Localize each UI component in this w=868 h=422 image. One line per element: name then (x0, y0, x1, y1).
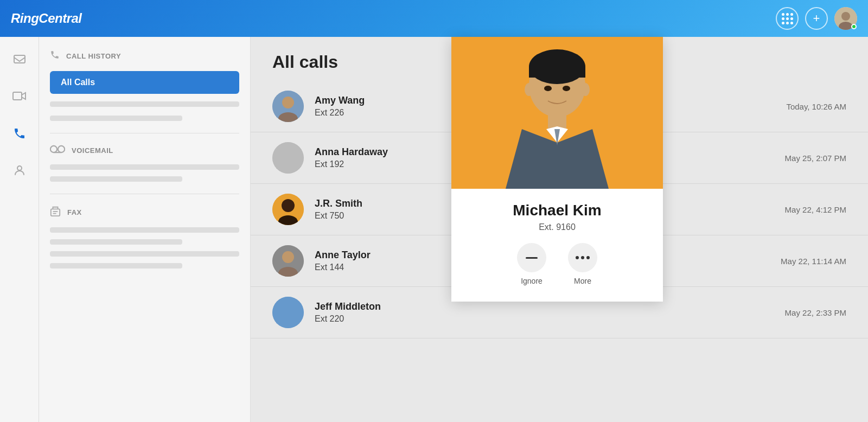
call-name-jeff: Jeff Middleton (315, 301, 774, 312)
main-layout: CALL HISTORY All Calls VOICEMAIL (0, 37, 868, 422)
sidebar: CALL HISTORY All Calls VOICEMAIL (39, 37, 251, 422)
more-button[interactable]: More (568, 243, 597, 285)
svg-point-33 (576, 256, 579, 259)
svg-point-20 (282, 251, 294, 263)
sidebar-placeholder-1 (50, 101, 239, 107)
messages-icon-item[interactable] (8, 48, 31, 72)
call-ext-jeff: Ext 220 (315, 314, 774, 324)
avatar-anna (272, 142, 304, 174)
sidebar-divider-2 (50, 194, 239, 194)
fax-placeholder-1 (50, 227, 239, 233)
call-history-label: CALL HISTORY (66, 52, 121, 60)
contact-photo (451, 37, 663, 189)
sidebar-divider-1 (50, 133, 239, 133)
icon-bar (0, 37, 39, 422)
voicemail-icon (50, 144, 65, 157)
svg-point-5 (17, 166, 22, 170)
svg-point-35 (586, 256, 590, 259)
contact-ext: Ext. 9160 (464, 222, 650, 232)
contact-info: Michael Kim Ext. 9160 Ignore (451, 189, 663, 302)
contacts-icon-item[interactable] (8, 158, 31, 182)
online-status-dot (851, 24, 857, 29)
svg-rect-10 (53, 211, 58, 212)
svg-rect-32 (526, 257, 538, 259)
contact-actions: Ignore More (464, 243, 650, 291)
call-time-amy: Today, 10:26 AM (775, 102, 846, 111)
more-icon (568, 243, 597, 272)
user-avatar[interactable] (834, 7, 857, 30)
svg-point-30 (525, 83, 533, 96)
svg-point-31 (581, 83, 590, 96)
voicemail-section: VOICEMAIL (50, 144, 239, 183)
header-actions: + (776, 7, 857, 30)
call-info-jeff: Jeff Middleton Ext 220 (315, 301, 774, 324)
svg-point-7 (58, 146, 65, 152)
fax-label: FAX (67, 208, 82, 216)
more-label: More (574, 277, 591, 285)
svg-point-29 (563, 86, 570, 91)
dialpad-button[interactable] (776, 7, 799, 30)
svg-rect-9 (51, 209, 60, 216)
content-area: All calls Amy Wang Ext 226 Today, 10:26 … (251, 37, 868, 422)
svg-rect-11 (53, 213, 56, 214)
sidebar-placeholder-2 (50, 116, 182, 121)
voicemail-label: VOICEMAIL (72, 146, 113, 155)
video-icon-item[interactable] (8, 85, 31, 108)
svg-point-6 (50, 146, 57, 152)
ignore-button[interactable]: Ignore (517, 243, 546, 285)
svg-point-28 (544, 86, 552, 91)
call-time-jr: May 22, 4:12 PM (774, 205, 846, 214)
ignore-icon (517, 243, 546, 272)
avatar-amy (272, 91, 304, 122)
phone-small-icon (50, 50, 60, 62)
logo: RingCentral (11, 11, 82, 26)
avatar-jeff (272, 297, 304, 328)
dialpad-icon (782, 13, 793, 24)
fax-icon (50, 205, 61, 220)
vm-placeholder-1 (50, 164, 239, 170)
phone-icon-item[interactable] (8, 122, 31, 145)
all-calls-button[interactable]: All Calls (50, 71, 239, 94)
fax-placeholder-2 (50, 239, 182, 245)
svg-point-15 (272, 142, 304, 174)
call-history-section: CALL HISTORY (50, 50, 239, 62)
fax-placeholder-4 (50, 263, 182, 268)
fax-title: FAX (50, 205, 239, 220)
avatar-jr (272, 194, 304, 225)
svg-point-22 (272, 297, 304, 328)
svg-point-1 (841, 12, 850, 21)
voicemail-title: VOICEMAIL (50, 144, 239, 157)
call-time-anna: May 25, 2:07 PM (774, 154, 846, 163)
fax-section: FAX (50, 205, 239, 270)
contact-card: Michael Kim Ext. 9160 Ignore (451, 37, 663, 302)
svg-point-13 (282, 97, 294, 108)
call-time-jeff: May 22, 2:33 PM (774, 308, 846, 317)
avatar-anne (272, 245, 304, 277)
vm-placeholder-2 (50, 176, 182, 182)
svg-point-17 (282, 199, 295, 212)
add-button[interactable]: + (805, 7, 828, 30)
ignore-label: Ignore (521, 277, 542, 285)
fax-placeholder-3 (50, 251, 239, 257)
svg-point-34 (581, 256, 584, 259)
contact-name: Michael Kim (464, 202, 650, 219)
header: RingCentral + (0, 0, 868, 37)
contact-photo-svg (451, 37, 663, 189)
svg-rect-4 (13, 92, 22, 100)
svg-rect-26 (529, 67, 585, 78)
call-time-anne: May 22, 11:14 AM (770, 257, 846, 266)
